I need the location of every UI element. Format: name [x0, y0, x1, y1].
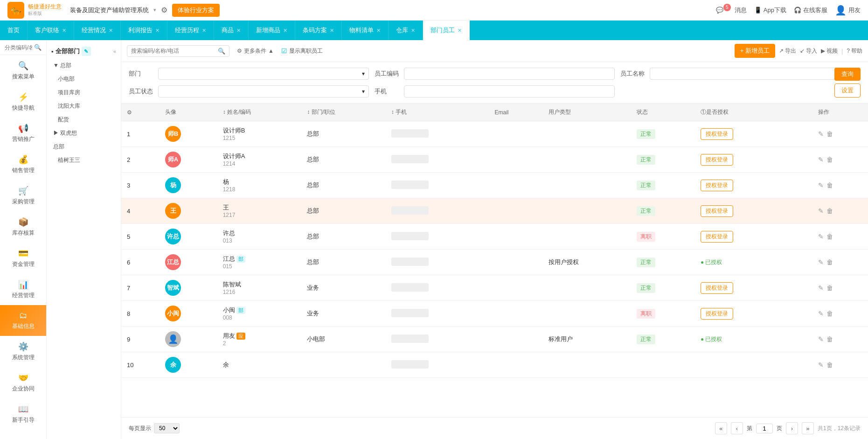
search-input[interactable]: [131, 48, 216, 54]
nav-tab-barcode[interactable]: 条码方案✕: [295, 21, 342, 40]
export-button[interactable]: ↗ 导出: [779, 47, 796, 55]
auth-button[interactable]: 授权登录: [701, 154, 733, 166]
edit-button[interactable]: ✎: [818, 284, 824, 292]
user-menu-button[interactable]: 👤 用友: [835, 5, 861, 16]
delete-button[interactable]: 🗑: [826, 207, 833, 215]
nav-tab-goods[interactable]: 商品✕: [214, 21, 249, 40]
filter-button[interactable]: ⚙ 更多条件 ▲: [233, 45, 278, 57]
reset-button[interactable]: 设置: [834, 84, 861, 98]
nav-tab-profit[interactable]: 利润报告✕: [121, 21, 167, 40]
auth-button[interactable]: 授权登录: [701, 205, 733, 217]
auth-button[interactable]: 授权登录: [701, 180, 733, 191]
close-icon[interactable]: ✕: [236, 28, 241, 34]
dept-item-distribution[interactable]: 配货: [47, 113, 121, 126]
sidebar-item-inventory[interactable]: 📦 库存核算: [0, 211, 46, 243]
dept-item-electronics[interactable]: 小电部: [47, 72, 121, 86]
sidebar-item-finance[interactable]: 💳 资金管理: [0, 243, 46, 274]
close-icon[interactable]: ✕: [411, 28, 415, 34]
close-icon[interactable]: ✕: [283, 28, 287, 34]
delete-button[interactable]: 🗑: [826, 181, 833, 189]
prev-page-button[interactable]: ‹: [731, 422, 743, 434]
nav-tab-new-goods[interactable]: 新增商品✕: [249, 21, 295, 40]
query-button[interactable]: 查询: [834, 68, 861, 81]
online-service-button[interactable]: 🎧 在线客服: [794, 6, 827, 14]
dept-item-shenyang[interactable]: 沈阳大库: [47, 99, 121, 113]
nav-tab-warehouse[interactable]: 仓库✕: [389, 21, 423, 40]
import-button[interactable]: ↙ 导入: [800, 47, 817, 55]
dept-item-project-warehouse[interactable]: 项目库房: [47, 86, 121, 99]
sidebar-item-quicknav[interactable]: ⚡ 快捷导航: [0, 86, 46, 118]
sidebar-item-operations[interactable]: 📊 经营管理: [0, 274, 46, 305]
dept-item-general[interactable]: ▼ 总部: [47, 59, 121, 72]
close-icon[interactable]: ✕: [330, 28, 334, 34]
sidebar-search-input[interactable]: [5, 44, 32, 51]
close-icon[interactable]: ✕: [62, 28, 66, 34]
video-button[interactable]: ▶ 视频: [821, 47, 838, 55]
trial-button[interactable]: 体验行业方案: [172, 4, 220, 17]
dept-edit-icon[interactable]: ✎: [82, 47, 91, 56]
sidebar-item-basic-info[interactable]: 🗂 基础信息: [0, 305, 46, 336]
edit-button[interactable]: ✎: [818, 258, 824, 266]
emp-code-filter-input[interactable]: [404, 68, 615, 80]
delete-button[interactable]: 🗑: [826, 258, 833, 266]
close-icon[interactable]: ✕: [458, 28, 462, 34]
sidebar-item-sales[interactable]: 💰 销售管理: [0, 149, 46, 180]
sidebar-item-system[interactable]: ⚙️ 系统管理: [0, 336, 46, 367]
nav-tab-history[interactable]: 经营历程✕: [167, 21, 214, 40]
delete-button[interactable]: 🗑: [826, 310, 833, 317]
delete-button[interactable]: 🗑: [826, 233, 833, 240]
edit-button[interactable]: ✎: [818, 310, 824, 317]
help-button[interactable]: ? 帮助: [847, 47, 862, 55]
message-button[interactable]: 💬 5 消息: [716, 6, 747, 14]
nav-tab-bom[interactable]: 物料清单✕: [342, 21, 389, 40]
col-phone[interactable]: ↕ 手机: [386, 104, 489, 121]
edit-button[interactable]: ✎: [818, 130, 824, 138]
show-resigned-toggle[interactable]: ☑ 显示离职员工: [281, 47, 323, 55]
delete-button[interactable]: 🗑: [826, 284, 833, 292]
sidebar-search-icon[interactable]: 🔍: [34, 44, 42, 51]
dept-item-hq[interactable]: 总部: [47, 140, 121, 153]
first-page-button[interactable]: «: [715, 422, 727, 434]
auth-button[interactable]: 授权登录: [701, 128, 733, 140]
last-page-button[interactable]: »: [802, 422, 814, 434]
edit-button[interactable]: ✎: [818, 335, 824, 343]
emp-name-filter-input[interactable]: [650, 68, 861, 80]
page-size-select[interactable]: 50 100 200: [154, 423, 180, 433]
edit-button[interactable]: ✎: [818, 207, 824, 215]
auth-button[interactable]: 授权登录: [701, 282, 733, 294]
edit-button[interactable]: ✎: [818, 361, 824, 369]
sidebar-item-collab[interactable]: 🤝 企业协同: [0, 367, 46, 398]
col-settings[interactable]: ⚙: [121, 104, 160, 121]
sidebar-item-guide[interactable]: 📖 新手引导: [0, 398, 46, 430]
auth-button[interactable]: 授权登录: [701, 308, 733, 320]
nav-tab-employees[interactable]: 部门员工✕: [423, 21, 470, 40]
settings-icon[interactable]: ⚙: [161, 6, 167, 14]
nav-tab-home[interactable]: 首页: [0, 21, 28, 40]
edit-button[interactable]: ✎: [818, 233, 824, 240]
auth-button[interactable]: 授权登录: [701, 231, 733, 243]
close-icon[interactable]: ✕: [202, 28, 206, 34]
dept-item-planting[interactable]: 植树王三: [47, 153, 121, 167]
sidebar-item-search[interactable]: 🔍 搜索菜单: [0, 55, 46, 86]
dept-filter-select[interactable]: ▾: [158, 68, 369, 80]
dept-collapse-icon[interactable]: «: [113, 49, 116, 54]
delete-button[interactable]: 🗑: [826, 335, 833, 343]
add-employee-button[interactable]: + 新增员工: [735, 44, 775, 58]
delete-button[interactable]: 🗑: [826, 156, 833, 163]
app-download-button[interactable]: 📱 App下载: [754, 6, 786, 14]
nav-tab-operations[interactable]: 经营情况✕: [74, 21, 121, 40]
sidebar-item-marketing[interactable]: 📢 营销推广: [0, 118, 46, 149]
emp-status-filter-select[interactable]: ▾: [158, 85, 369, 98]
delete-button[interactable]: 🗑: [826, 361, 833, 369]
sidebar-item-purchase[interactable]: 🛒 采购管理: [0, 180, 46, 211]
close-icon[interactable]: ✕: [376, 28, 381, 34]
close-icon[interactable]: ✕: [155, 28, 160, 34]
col-dept-pos[interactable]: ↕ 部门/职位: [301, 104, 386, 121]
dept-item-shuanghu[interactable]: ▶ 双虎想: [47, 126, 121, 140]
phone-filter-input[interactable]: [404, 85, 615, 98]
edit-button[interactable]: ✎: [818, 181, 824, 189]
delete-button[interactable]: 🗑: [826, 130, 833, 138]
col-name-code[interactable]: ↕ 姓名/编码: [217, 104, 302, 121]
next-page-button[interactable]: ›: [786, 422, 798, 434]
close-icon[interactable]: ✕: [109, 28, 113, 34]
